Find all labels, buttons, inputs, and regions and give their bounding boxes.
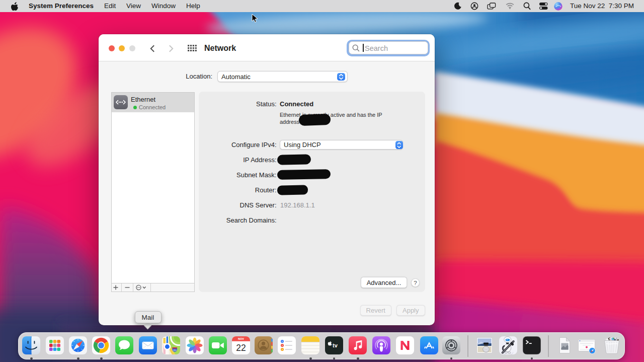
- svg-text:280: 280: [173, 349, 177, 351]
- svg-text:22: 22: [236, 343, 246, 353]
- svg-text:NOV: NOV: [238, 337, 244, 340]
- svg-text:tv: tv: [333, 342, 338, 348]
